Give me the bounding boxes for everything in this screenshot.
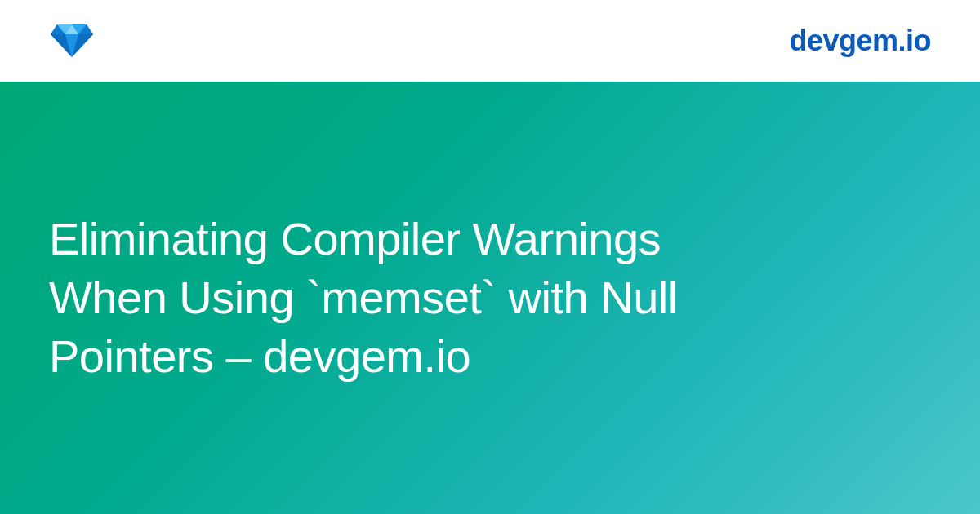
header-bar: devgem.io: [0, 0, 980, 82]
brand-text: devgem.io: [789, 24, 931, 58]
logo: [49, 20, 95, 62]
page-title: Eliminating Compiler Warnings When Using…: [49, 210, 760, 385]
gem-icon: [49, 20, 95, 62]
og-card: devgem.io Eliminating Compiler Warnings …: [0, 0, 980, 514]
hero-panel: Eliminating Compiler Warnings When Using…: [0, 82, 980, 514]
